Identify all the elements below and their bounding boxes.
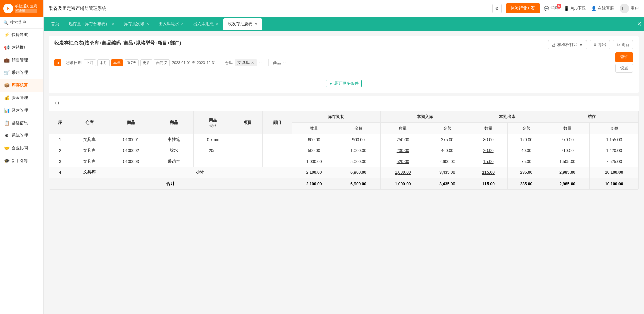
sidebar-item-marketing[interactable]: 📢 营销推广 <box>0 41 43 54</box>
cell-in-qty-3[interactable]: 520.00 <box>381 156 425 167</box>
cell-name-2: 胶水 <box>154 145 194 156</box>
sidebar-item-inventory[interactable]: 📦 库存核算 <box>0 79 43 92</box>
system-title: 装备及固定资产辅助管理系统 <box>49 5 488 12</box>
expand-conditions-btn[interactable]: ▼ 展开更多条件 <box>326 80 362 87</box>
warehouse-filter-section: 仓库 文具库 ✕ ··· <box>225 59 264 66</box>
cell-warehouse-2: 文具库 <box>71 145 108 156</box>
sidebar-item-guide[interactable]: 🎓 新手引导 <box>0 154 43 167</box>
date-btn-this-year[interactable]: 本年 <box>111 59 123 66</box>
col-header-opening-qty: 数量 <box>292 123 336 134</box>
tab-receive-send-summary[interactable]: 收发存汇总表 ✕ <box>223 18 262 30</box>
cell-subtotal-in-qty[interactable]: 1,000.00 <box>381 167 425 178</box>
finance-icon: 💰 <box>4 95 10 101</box>
date-btn-more[interactable]: 更多 <box>140 59 152 66</box>
tab-close-inout-flow[interactable]: ✕ <box>181 22 184 26</box>
table-row: 2 文具库 0100002 胶水 20ml 500.00 1,000.00 23… <box>49 145 639 156</box>
sidebar-item-quick[interactable]: ⚡ 快捷导航 <box>0 29 43 41</box>
cell-in-qty-1[interactable]: 250.00 <box>381 134 425 145</box>
goods-dots[interactable]: ··· <box>283 60 288 65</box>
cell-total-in-qty: 1,000.00 <box>381 178 425 190</box>
date-btn-last-month[interactable]: 上月 <box>84 59 96 66</box>
warehouse-tag-close[interactable]: ✕ <box>251 61 254 65</box>
try-btn[interactable]: 体验行业方案 <box>506 3 540 13</box>
date-btn-custom[interactable]: 自定义 <box>154 59 170 66</box>
download-icon: 📱 <box>564 6 569 11</box>
sidebar-item-purchase[interactable]: 🛒 采购管理 <box>0 66 43 79</box>
cell-total-out-qty: 115.00 <box>469 178 507 190</box>
expand-collapse-icon[interactable]: » <box>54 59 61 66</box>
table-row: 3 文具库 0100003 采访本 1,000.00 5,000.00 520.… <box>49 156 639 167</box>
app-download-btn[interactable]: 📱 App下载 <box>564 5 586 11</box>
sidebar-item-finance[interactable]: 💰 资金管理 <box>0 92 43 104</box>
table-settings-icon[interactable]: ⚙ <box>53 99 61 107</box>
cell-total-opening-amt: 6,900.00 <box>336 178 381 190</box>
sidebar-item-basic[interactable]: 📋 基础信息 <box>0 117 43 129</box>
col-header-goods-code: 商品 <box>108 111 154 134</box>
data-table-container: ⚙ 序 仓库 商品 商品 商品规格 项目 部门 库存期初 本期入库 本期出库 <box>49 96 639 190</box>
sidebar-item-collab[interactable]: 🤝 企业协同 <box>0 142 43 154</box>
tab-batch[interactable]: 库存批次账 ✕ <box>119 18 154 30</box>
guide-icon: 🎓 <box>4 158 10 164</box>
basic-icon: 📋 <box>4 120 10 126</box>
tab-close-batch[interactable]: ✕ <box>146 22 149 26</box>
col-header-goods-name: 商品 <box>154 111 194 134</box>
tab-home[interactable]: 首页 <box>46 18 64 30</box>
message-btn[interactable]: 💬 消息 6 <box>544 5 559 11</box>
sidebar: 6 畅捷通好生意 标准版 🔍 搜索菜单 ⚡ 快捷导航 📢 营销推广 💼 销售管理… <box>0 0 44 314</box>
total-row: 合计 2,100.00 6,900.00 1,000.00 3,435.00 1… <box>49 178 639 190</box>
date-btn-7days[interactable]: 近7天 <box>125 59 139 66</box>
cell-in-amt-1: 375.00 <box>425 134 469 145</box>
cell-out-qty-1[interactable]: 80.00 <box>469 134 507 145</box>
cell-subtotal-out-qty[interactable]: 115.00 <box>469 167 507 178</box>
date-btn-this-month[interactable]: 本月 <box>97 59 110 66</box>
search-menu[interactable]: 🔍 搜索菜单 <box>0 17 43 29</box>
tab-inout-summary[interactable]: 出入库汇总 ✕ <box>188 18 223 30</box>
date-range: 2023-01-01 至 2023-12-31 <box>172 60 216 65</box>
settings-icon[interactable]: ⚙ <box>492 4 502 13</box>
cell-total-balance-qty: 2,985.00 <box>545 178 590 190</box>
collab-icon: 🤝 <box>4 146 10 151</box>
message-badge: 6 <box>557 4 561 9</box>
col-header-out-qty: 数量 <box>469 123 507 134</box>
page-content: 收发存汇总表(按仓库+商品编码+商品+规格型号+项目+部门) 🖨 核模板打印 ▼… <box>44 31 644 314</box>
user-btn[interactable]: Ea 用户 <box>620 4 639 13</box>
tabs-close-all[interactable]: ✕ <box>637 21 641 27</box>
cell-spec-1: 0.7mm <box>194 134 233 145</box>
cell-opening-qty-2: 500.00 <box>292 145 336 156</box>
warehouse-dots[interactable]: ··· <box>259 60 264 65</box>
cell-in-qty-2[interactable]: 230.00 <box>381 145 425 156</box>
cell-project-1 <box>233 134 262 145</box>
cell-total-label: 合计 <box>49 178 292 190</box>
print-btn[interactable]: 🖨 核模板打印 ▼ <box>548 40 587 49</box>
cell-total-in-amt: 3,435.00 <box>425 178 469 190</box>
set-btn[interactable]: 设置 <box>615 64 633 73</box>
inventory-icon: 📦 <box>4 83 10 88</box>
online-service-btn[interactable]: 👤 在线客服 <box>591 5 614 11</box>
sidebar-item-sales[interactable]: 💼 销售管理 <box>0 54 43 66</box>
service-icon: 👤 <box>591 6 596 11</box>
cell-subtotal-balance-amt: 10,100.00 <box>590 167 639 178</box>
col-header-index: 序 <box>49 111 71 134</box>
query-btn[interactable]: 查询 <box>615 52 633 62</box>
tab-close-receive-send[interactable]: ✕ <box>254 22 257 26</box>
cell-balance-qty-2: 710.00 <box>545 145 590 156</box>
marketing-icon: 📢 <box>4 45 10 50</box>
tab-close-inventory-dist[interactable]: ✕ <box>112 22 114 26</box>
message-icon: 💬 <box>544 6 549 11</box>
cell-balance-qty-3: 1,505.00 <box>545 156 590 167</box>
cell-out-qty-2[interactable]: 20.00 <box>469 145 507 156</box>
cell-opening-qty-1: 600.00 <box>292 134 336 145</box>
col-header-dept: 部门 <box>262 111 292 134</box>
export-btn[interactable]: ⬇ 导出 <box>590 40 610 49</box>
tab-close-inout-summary[interactable]: ✕ <box>216 22 218 26</box>
tab-inventory-dist[interactable]: 现存量（库存分布表） ✕ <box>64 18 119 30</box>
sidebar-item-system[interactable]: ⚙ 系统管理 <box>0 129 43 142</box>
cell-balance-amt-2: 1,420.00 <box>590 145 639 156</box>
quick-nav-icon: ⚡ <box>4 32 10 38</box>
cell-out-qty-3[interactable]: 15.00 <box>469 156 507 167</box>
purchase-icon: 🛒 <box>4 70 10 76</box>
refresh-btn[interactable]: ↻ 刷新 <box>613 40 633 49</box>
tab-inout-flow[interactable]: 出入库流水 ✕ <box>154 18 188 30</box>
table-row: 1 文具库 0100001 中性笔 0.7mm 600.00 900.00 25… <box>49 134 639 145</box>
sidebar-item-management[interactable]: 📊 经营管理 <box>0 104 43 117</box>
